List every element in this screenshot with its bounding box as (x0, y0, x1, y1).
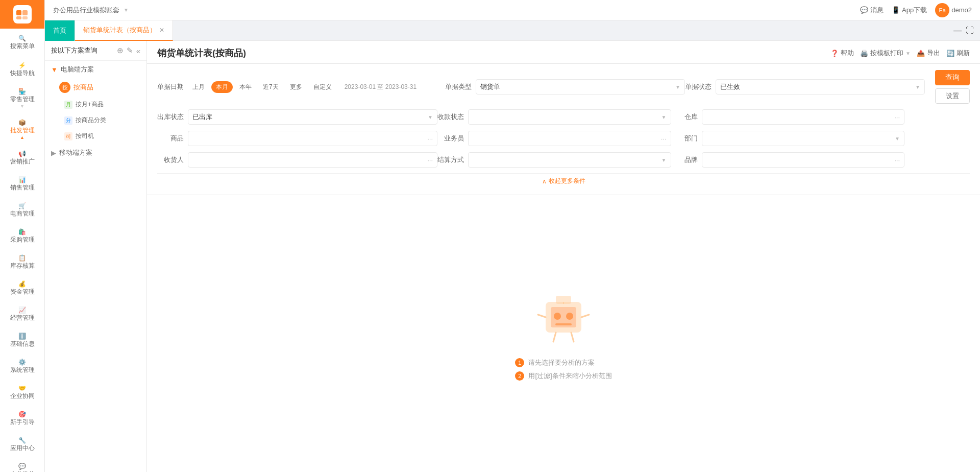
date-tab-this-year[interactable]: 本年 (235, 81, 256, 93)
payment-select[interactable]: ▼ (468, 109, 671, 125)
sidebar-item-collab[interactable]: 🤝 企业协同 (0, 380, 44, 406)
export-icon: 📤 (917, 50, 925, 57)
date-tab-custom[interactable]: 自定义 (309, 81, 336, 93)
sidebar-item-appstore[interactable]: 🔧 应用中心 (0, 432, 44, 458)
brand-input[interactable]: ··· (702, 152, 905, 168)
filter-settle-field: 结算方式 ▼ (437, 152, 671, 168)
date-tab-last-month[interactable]: 上月 (188, 81, 209, 93)
date-tabs: 上月 本月 本年 近7天 更多 自定义 (188, 81, 336, 93)
staff-input[interactable]: ··· (468, 131, 671, 146)
doc-type-value: 销货单 (480, 82, 500, 91)
tab-close-btn[interactable]: ✕ (159, 27, 164, 34)
edit-scheme-btn[interactable]: ✎ (127, 46, 133, 55)
scheme-group-mobile-header[interactable]: ▶ 移动端方案 (45, 144, 146, 161)
sidebar-item-sales[interactable]: 📊 销售管理 (0, 171, 44, 197)
date-range-display: 2023-03-01 至 2023-03-31 (345, 83, 416, 91)
filter-brand-field: 品牌 ··· (671, 152, 905, 168)
inventory-icon: 📋 (18, 254, 26, 262)
svg-line-12 (571, 333, 574, 342)
sidebar-item-basic[interactable]: ℹ️ 基础信息 (0, 327, 44, 353)
tab-sales-stats[interactable]: 销货单统计表（按商品） ✕ (75, 20, 173, 41)
filter-dept-field: 部门 ▼ (671, 130, 905, 147)
doc-status-select[interactable]: 已生效 ▼ (716, 79, 925, 95)
warehouse-input[interactable]: ··· (702, 109, 905, 125)
sidebar-item-guide[interactable]: 🎯 新手引导 (0, 406, 44, 432)
sidebar-item-business[interactable]: 📈 经营管理 (0, 301, 44, 327)
tip-num-2: 2 (515, 371, 524, 381)
brand-label: 品牌 (671, 155, 702, 164)
help-btn[interactable]: ❓ 帮助 (830, 49, 854, 58)
sidebar-item-inventory[interactable]: 📋 库存核算 (0, 249, 44, 275)
search-menu[interactable]: 🔍 搜索菜单 (0, 29, 44, 57)
scheme-group-desktop: ▼ 电脑端方案 按 按商品 月 按月+商品 分 按商品分类 (45, 61, 146, 144)
filter-receiver-field: 收货人 ··· (157, 152, 437, 168)
ecommerce-icon: 🛒 (18, 202, 26, 209)
sidebar-item-system[interactable]: ⚙️ 系统管理 (0, 353, 44, 380)
goods-input[interactable]: ··· (188, 131, 437, 146)
chevron-down-icon-payment: ▼ (662, 114, 667, 120)
message-icon: 💬 (860, 6, 868, 14)
filter-row-1: 单据日期 上月 本月 本年 近7天 更多 自定义 2023-03-01 至 20… (157, 70, 970, 104)
collapse-btn[interactable]: ∧ 收起更多条件 (157, 173, 970, 188)
svg-line-10 (581, 315, 589, 317)
tab-home[interactable]: 首页 (45, 20, 75, 41)
query-button[interactable]: 查询 (935, 70, 970, 85)
date-tab-more[interactable]: 更多 (285, 81, 307, 93)
topbar-right: 💬 消息 📱 App下载 Ea demo2 (860, 3, 972, 17)
export-btn[interactable]: 📤 导出 (917, 49, 940, 58)
topbar-left: 办公用品行业模拟账套 ▼ (53, 6, 129, 15)
message-btn[interactable]: 💬 消息 (860, 6, 884, 15)
setting-button[interactable]: 设置 (935, 88, 970, 104)
payment-label: 收款状态 (437, 112, 468, 122)
date-tab-7days[interactable]: 近7天 (258, 81, 283, 93)
refresh-btn[interactable]: 🔄 刷新 (946, 49, 970, 58)
add-scheme-btn[interactable]: ⊕ (117, 46, 124, 55)
more-icon-goods: ··· (427, 135, 433, 143)
goods-label: 商品 (157, 134, 188, 143)
scheme-group-desktop-header[interactable]: ▼ 电脑端方案 (45, 61, 146, 78)
svg-rect-1 (22, 10, 28, 15)
tab-expand-controls: — ⛶ (947, 26, 980, 35)
scheme-item-by-driver[interactable]: 司 按司机 (45, 128, 146, 144)
username-label: demo2 (951, 6, 972, 14)
out-status-select[interactable]: 已出库 ▼ (188, 109, 437, 125)
collapse-panel-btn[interactable]: « (136, 46, 140, 55)
scheme-item-by-month-product[interactable]: 月 按月+商品 (45, 97, 146, 112)
scheme-item-by-product[interactable]: 按 按商品 (45, 78, 146, 97)
sidebar-item-ecommerce[interactable]: 🛒 电商管理 (0, 197, 44, 223)
filter-doc-status-field: 单据状态 已生效 ▼ (685, 79, 925, 95)
sidebar-item-marketing[interactable]: 📢 营销推广 (0, 145, 44, 171)
scheme-item-by-category[interactable]: 分 按商品分类 (45, 112, 146, 128)
sidebar-item-purchase[interactable]: 🛍️ 采购管理 (0, 223, 44, 249)
retail-icon: 🏪 (18, 88, 26, 95)
svg-line-11 (553, 333, 556, 342)
purchase-icon: 🛍️ (18, 228, 26, 235)
date-tab-this-month[interactable]: 本月 (211, 81, 233, 93)
print-icon: 🖨️ (860, 50, 868, 57)
shortcut-nav[interactable]: ⚡ 快捷导航 (0, 57, 44, 83)
app-download-btn[interactable]: 📱 App下载 (892, 6, 927, 15)
print-btn[interactable]: 🖨️ 按模板打印 ▼ (860, 49, 911, 58)
user-area[interactable]: Ea demo2 (935, 3, 972, 17)
business-icon: 📈 (18, 306, 26, 314)
system-icon: ⚙️ (18, 359, 26, 366)
empty-tip-2: 2 用[过滤]条件来缩小分析范围 (515, 371, 611, 381)
dept-select[interactable]: ▼ (702, 131, 905, 146)
page-header-actions: ❓ 帮助 🖨️ 按模板打印 ▼ 📤 导出 🔄 刷新 (830, 49, 970, 58)
receiver-input[interactable]: ··· (188, 152, 437, 168)
sidebar-item-retail[interactable]: 🏪 零售管理 ▼ (0, 83, 44, 114)
sidebar-item-weixin[interactable]: 💬 企业微信 (0, 458, 44, 472)
mobile-group-label: 移动端方案 (59, 148, 92, 157)
sidebar-item-finance[interactable]: 💰 资金管理 (0, 275, 44, 301)
filter-area: 单据日期 上月 本月 本年 近7天 更多 自定义 2023-03-01 至 20… (147, 64, 980, 195)
date-group: 上月 本月 本年 近7天 更多 自定义 2023-03-01 至 2023-03… (188, 81, 445, 93)
settle-select[interactable]: ▼ (468, 152, 671, 168)
scheme-group-mobile: ▶ 移动端方案 (45, 144, 146, 161)
minimize-icon[interactable]: — (953, 26, 962, 35)
svg-line-9 (538, 315, 546, 317)
maximize-icon[interactable]: ⛶ (966, 26, 974, 35)
doc-type-select[interactable]: 销货单 ▼ (476, 79, 685, 95)
out-status-value: 已出库 (192, 112, 212, 122)
sidebar-item-wholesale[interactable]: 📦 批发管理 ▲ (0, 114, 44, 145)
filter-out-status-field: 出库状态 已出库 ▼ (157, 109, 437, 125)
